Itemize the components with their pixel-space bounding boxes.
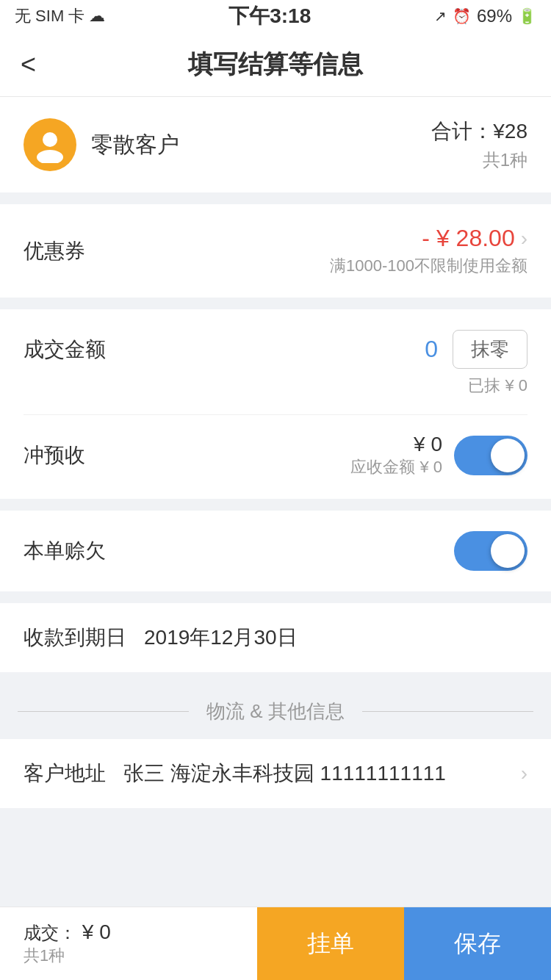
back-button[interactable]: <: [21, 49, 36, 80]
bottom-info: 成交： ¥ 0 共1种: [0, 920, 257, 967]
duedate-label: 收款到期日: [24, 624, 126, 652]
customer-total: 合计：¥28 共1种: [431, 118, 527, 172]
total-count: 共1种: [431, 148, 527, 172]
coupon-desc: 满1000-100不限制使用金额: [330, 255, 527, 277]
customer-left: 零散客户: [24, 118, 179, 171]
prepayment-label: 冲预收: [24, 442, 85, 469]
bottom-deal-row: 成交： ¥ 0: [24, 920, 234, 945]
customer-name: 零散客户: [91, 130, 179, 160]
customer-row: 零散客户 合计：¥28 共1种: [0, 97, 551, 192]
total-amount: 合计：¥28: [431, 118, 527, 145]
duedate-value: 2019年12月30日: [144, 624, 298, 652]
debt-label: 本单赊欠: [24, 537, 106, 565]
battery-icon: 🔋: [518, 7, 536, 25]
deal-amount-right: 0 抹零: [425, 330, 527, 369]
logistics-divider-text: 物流 & 其他信息: [206, 699, 345, 724]
bottom-count: 共1种: [24, 945, 234, 967]
status-bar: 无 SIM 卡 ☁ 下午3:18 ↗ ⏰ 69% 🔋: [0, 0, 551, 32]
chevron-right-icon: ›: [521, 227, 527, 251]
divider-line-left: [18, 711, 189, 712]
debt-section: 本单赊欠: [0, 511, 551, 591]
prepayment-right: ¥ 0 应收金额 ¥ 0: [350, 433, 527, 478]
bottom-bar: 成交： ¥ 0 共1种 挂单 保存: [0, 907, 551, 980]
divider-line-right: [362, 711, 533, 712]
prepayment-amount: ¥ 0 应收金额 ¥ 0: [350, 433, 442, 478]
prepayment-value: ¥ 0: [350, 433, 442, 456]
prepayment-toggle[interactable]: [454, 436, 527, 475]
deal-sub-text: 已抹 ¥ 0: [24, 375, 527, 397]
deal-section: 成交金额 0 抹零 已抹 ¥ 0 冲预收 ¥ 0 应收金额 ¥ 0: [0, 309, 551, 499]
prepayment-sub: 应收金额 ¥ 0: [350, 456, 442, 478]
nav-bar: < 填写结算等信息: [0, 32, 551, 97]
deal-amount-row: 成交金额 0 抹零: [24, 330, 527, 369]
status-time: 下午3:18: [228, 2, 311, 30]
svg-point-0: [43, 132, 57, 147]
toggle-knob: [491, 439, 525, 472]
address-value: 张三 海淀永丰科技园 11111111111: [123, 760, 515, 788]
alarm-icon: ⏰: [453, 7, 471, 25]
sim-label: 无 SIM 卡 ☁: [15, 5, 105, 27]
coupon-right: - ¥ 28.00 › 满1000-100不限制使用金额: [330, 225, 527, 277]
duedate-row: 收款到期日 2019年12月30日: [0, 603, 551, 672]
coupon-row[interactable]: 优惠券 - ¥ 28.00 › 满1000-100不限制使用金额: [0, 204, 551, 298]
page-title: 填写结算等信息: [188, 48, 363, 82]
debt-toggle[interactable]: [454, 531, 527, 571]
prepayment-row: 冲预收 ¥ 0 应收金额 ¥ 0: [24, 414, 527, 478]
deal-amount-label: 成交金额: [24, 336, 106, 364]
logistics-divider: 物流 & 其他信息: [0, 684, 551, 739]
address-label: 客户地址: [24, 760, 106, 788]
battery-label: 69%: [477, 6, 512, 26]
address-row[interactable]: 客户地址 张三 海淀永丰科技园 11111111111 ›: [0, 739, 551, 808]
bottom-deal-value: ¥ 0: [82, 920, 111, 943]
save-button[interactable]: 保存: [404, 907, 551, 981]
hold-button[interactable]: 挂单: [257, 907, 404, 981]
status-left: 无 SIM 卡 ☁: [15, 5, 105, 27]
coupon-amount: - ¥ 28.00: [422, 225, 514, 252]
bottom-deal-label: 成交：: [24, 923, 76, 943]
coupon-amount-row: - ¥ 28.00 ›: [422, 225, 527, 252]
location-icon: ↗: [434, 7, 447, 25]
debt-toggle-knob: [491, 534, 525, 568]
address-chevron-icon: ›: [521, 762, 527, 785]
status-right: ↗ ⏰ 69% 🔋: [434, 6, 536, 26]
avatar: [24, 118, 76, 171]
coupon-label: 优惠券: [24, 237, 85, 265]
svg-point-1: [37, 150, 63, 163]
round-off-button[interactable]: 抹零: [453, 330, 527, 369]
deal-amount-value: 0: [425, 336, 438, 363]
